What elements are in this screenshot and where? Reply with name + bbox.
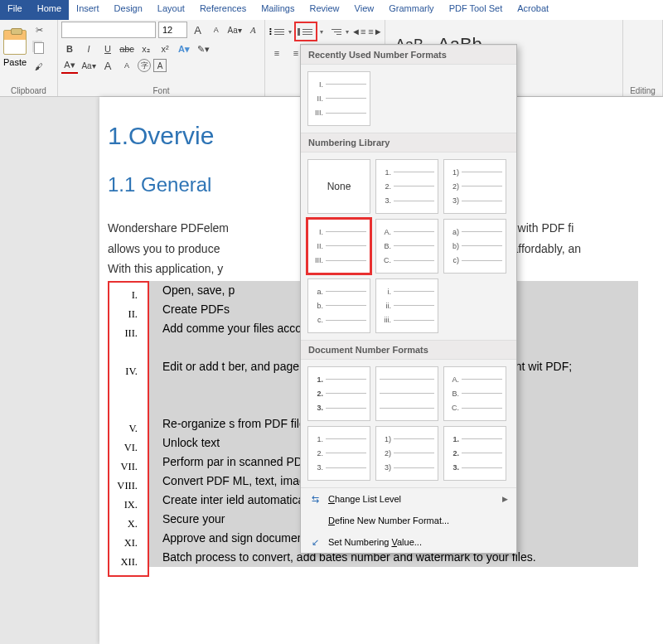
numeral-12: XII. bbox=[109, 553, 148, 572]
set-value-label: alue... bbox=[397, 537, 422, 547]
tab-references[interactable]: References bbox=[192, 0, 254, 20]
character-shading-button[interactable]: Aa▾ bbox=[80, 57, 97, 74]
font-grow2-button[interactable] bbox=[99, 57, 116, 74]
numeral-8: VIII. bbox=[109, 477, 148, 496]
numfmt-doc-bold-dec[interactable]: 1. 2. 3. bbox=[307, 366, 370, 421]
grow-font-button[interactable] bbox=[190, 22, 206, 38]
font-family-combo[interactable] bbox=[61, 22, 156, 38]
doc-para-2a: allows you to produce bbox=[108, 242, 220, 255]
change-level-label: hange List Level bbox=[335, 494, 401, 504]
numeral-7: VII. bbox=[109, 458, 148, 477]
numbering-button[interactable] bbox=[297, 24, 315, 39]
tab-insert[interactable]: Insert bbox=[69, 0, 107, 20]
set-value-icon: ↙ bbox=[309, 536, 321, 548]
font-color-button[interactable]: A▾ bbox=[61, 57, 78, 74]
define-format-label: efine New Number Format... bbox=[335, 516, 449, 525]
text-effects-button[interactable]: A▾ bbox=[176, 41, 192, 57]
bullets-button[interactable] bbox=[269, 24, 286, 39]
doc-para-1a: Wondershare PDFelem bbox=[108, 221, 229, 235]
numfmt-none[interactable]: None bbox=[307, 159, 370, 214]
numfmt-decimal-paren[interactable]: 1) 2) 3) bbox=[443, 159, 506, 214]
tab-layout[interactable]: Layout bbox=[150, 0, 192, 20]
numeral-9: IX. bbox=[109, 496, 148, 515]
numfmt-doc-upper-alpha[interactable]: A. B. C. bbox=[443, 366, 506, 421]
superscript-button[interactable]: x² bbox=[157, 41, 173, 57]
font-size-combo[interactable]: 12 bbox=[158, 22, 187, 38]
tab-mailings[interactable]: Mailings bbox=[254, 0, 302, 20]
enclose-characters-button[interactable]: 字 bbox=[138, 59, 151, 72]
list-numerals-column: I. II. III. IV. V. VI. VII. VIII. IX. X.… bbox=[108, 281, 149, 577]
numbering-dropdown: Recently Used Number Formats I. II. III.… bbox=[300, 44, 517, 554]
numeral-11: XI. bbox=[109, 534, 148, 553]
numfmt-lower-alpha-dot[interactable]: a. b. c. bbox=[307, 278, 370, 333]
cut-button[interactable] bbox=[31, 22, 47, 38]
numfmt-doc-dec-dot[interactable]: 1. 2. 3. bbox=[307, 426, 370, 481]
dropdown-footer: ⇆ Change List Level ▶ Define New Number … bbox=[301, 487, 516, 553]
tab-review[interactable]: Review bbox=[302, 0, 347, 20]
change-level-icon: ⇆ bbox=[309, 493, 321, 505]
group-font-label: Font bbox=[58, 86, 264, 95]
numfmt-recent-roman[interactable]: I. II. III. bbox=[307, 71, 370, 126]
numeral-6: VI. bbox=[109, 438, 148, 458]
decrease-indent-button[interactable]: ◄≡ bbox=[351, 23, 365, 40]
submenu-arrow-icon: ▶ bbox=[502, 495, 508, 503]
numfmt-doc-dec-paren[interactable]: 1) 2) 3) bbox=[375, 426, 438, 481]
italic-button[interactable]: I bbox=[80, 41, 97, 57]
define-new-number-format-item[interactable]: Define New Number Format... bbox=[301, 510, 516, 531]
tab-view[interactable]: View bbox=[347, 0, 382, 20]
tab-acrobat[interactable]: Acrobat bbox=[510, 0, 556, 20]
numbering-button-highlight bbox=[294, 22, 317, 41]
tab-pdftoolset[interactable]: PDF Tool Set bbox=[442, 0, 511, 20]
menu-tabs: File Home Insert Design Layout Reference… bbox=[0, 0, 663, 20]
highlight-color-button[interactable]: ✎▾ bbox=[195, 41, 211, 57]
copy-button[interactable] bbox=[31, 40, 47, 56]
group-font: 12 Aa▾ A B I U abc x₂ x² A▾ ✎▾ A▾ Aa▾ 字 … bbox=[58, 20, 265, 96]
multilevel-list-button[interactable] bbox=[326, 24, 343, 39]
numeral-1: I. bbox=[109, 286, 148, 305]
clear-formatting-button[interactable]: A bbox=[245, 22, 261, 38]
tab-file[interactable]: File bbox=[0, 0, 30, 20]
group-editing-label: Editing bbox=[623, 86, 662, 95]
bold-button[interactable]: B bbox=[61, 41, 78, 57]
group-clipboard: Paste Clipboard bbox=[0, 20, 58, 96]
paste-icon bbox=[3, 30, 27, 55]
increase-indent-button[interactable]: ≡► bbox=[368, 23, 382, 40]
numeral-10: X. bbox=[109, 515, 148, 534]
group-clipboard-label: Clipboard bbox=[0, 86, 57, 95]
dropdown-header-library: Numbering Library bbox=[301, 133, 516, 153]
numeral-3: III. bbox=[109, 324, 148, 362]
dropdown-header-docfmts: Document Number Formats bbox=[301, 340, 516, 360]
numeral-4: IV. bbox=[109, 362, 148, 419]
underline-button[interactable]: U bbox=[99, 41, 116, 57]
set-numbering-value-item[interactable]: ↙ Set Numbering Value... bbox=[301, 531, 516, 553]
change-list-level-item[interactable]: ⇆ Change List Level ▶ bbox=[301, 488, 516, 510]
numfmt-roman[interactable]: I. II. III. bbox=[307, 219, 370, 274]
define-format-icon bbox=[309, 515, 321, 526]
strikethrough-button[interactable]: abc bbox=[119, 41, 135, 57]
dropdown-header-recent: Recently Used Number Formats bbox=[301, 45, 516, 65]
group-editing: Editing bbox=[623, 20, 663, 96]
numfmt-lower-roman[interactable]: i. ii. iii. bbox=[375, 278, 438, 333]
tab-grammarly[interactable]: Grammarly bbox=[381, 0, 441, 20]
paste-button[interactable]: Paste bbox=[3, 28, 27, 69]
numeral-5: V. bbox=[109, 419, 148, 438]
subscript-button[interactable]: x₂ bbox=[138, 41, 154, 57]
numfmt-doc-plain[interactable] bbox=[375, 366, 438, 421]
tab-home[interactable]: Home bbox=[30, 0, 69, 20]
tab-design[interactable]: Design bbox=[107, 0, 150, 20]
font-shrink2-button[interactable] bbox=[119, 57, 135, 74]
align-left-button[interactable]: ≡ bbox=[269, 45, 285, 61]
format-painter-button[interactable] bbox=[31, 58, 47, 75]
copy-icon bbox=[34, 42, 44, 54]
numfmt-lower-alpha-paren[interactable]: a) b) c) bbox=[443, 219, 506, 274]
character-border-button[interactable]: A bbox=[153, 59, 167, 72]
numfmt-upper-alpha[interactable]: A. B. C. bbox=[375, 219, 438, 274]
shrink-font-button[interactable] bbox=[208, 22, 224, 38]
numeral-2: II. bbox=[109, 305, 148, 324]
paste-label: Paste bbox=[3, 57, 27, 67]
numfmt-decimal-dot[interactable]: 1. 2. 3. bbox=[375, 159, 438, 214]
change-case-button[interactable]: Aa▾ bbox=[227, 22, 243, 38]
numfmt-doc-bold-dec2[interactable]: 1. 2. 3. bbox=[443, 426, 506, 481]
